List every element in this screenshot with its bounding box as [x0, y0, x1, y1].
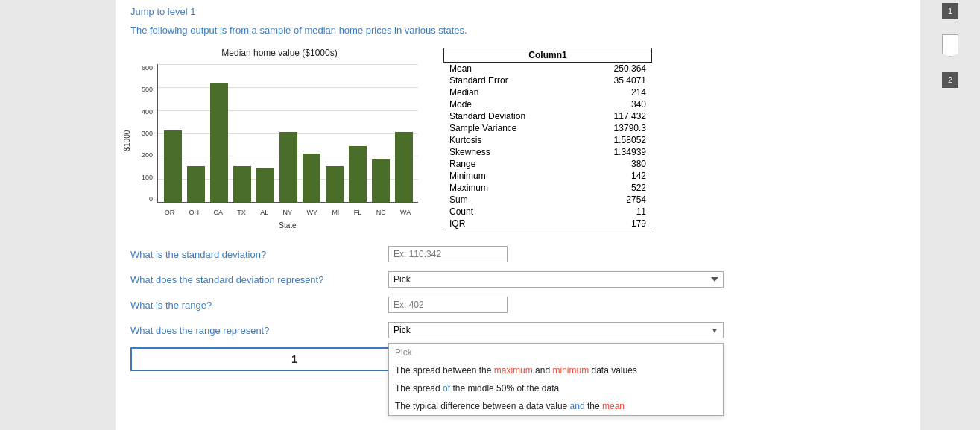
bar-CA	[210, 83, 228, 202]
table-row: Standard Deviation 117.432	[443, 110, 652, 122]
dropdown-item-spread-max-min[interactable]: The spread between the maximum and minim…	[389, 361, 723, 379]
stat-label-skewness: Skewness	[443, 146, 582, 158]
table-row: Maximum 522	[443, 182, 652, 194]
intro-text: The following output is from a sample of…	[130, 25, 905, 36]
highlight-maximum: maximum	[494, 365, 533, 376]
right-panel: 1 2	[920, 0, 980, 430]
q4-select-trigger[interactable]: Pick ▼	[388, 322, 724, 338]
table-row: IQR 179	[443, 218, 652, 230]
stat-value-count: 11	[582, 206, 652, 218]
q3-input[interactable]	[388, 297, 508, 313]
questions-area: What is the standard deviation? What doe…	[130, 246, 905, 371]
stat-label-mean: Mean	[443, 63, 582, 75]
chart-area: Median home value ($1000s) $1000	[130, 48, 429, 233]
y-tick-0: 0	[130, 195, 156, 203]
badge-1: 1	[942, 3, 958, 19]
stat-label-stderr: Standard Error	[443, 75, 582, 86]
question-row-3: What is the range?	[130, 297, 905, 313]
stat-value-variance: 13790.3	[582, 122, 652, 134]
stat-label-max: Maximum	[443, 182, 582, 194]
stat-value-iqr: 179	[582, 218, 652, 230]
q2-label: What does the standard deviation represe…	[130, 274, 376, 285]
x-axis-title: State	[157, 221, 418, 230]
jump-to-level-link[interactable]: Jump to level 1	[130, 6, 905, 17]
x-label-NY: NY	[283, 209, 293, 216]
stats-table-column-header: Column1	[443, 48, 652, 62]
y-tick-200: 200	[130, 151, 156, 159]
y-tick-400: 400	[130, 108, 156, 116]
stat-label-mode: Mode	[443, 98, 582, 110]
x-label-OH: OH	[189, 209, 200, 216]
stats-table-wrapper: Column1 Mean 250.364 Standard Error 35.4…	[443, 48, 652, 233]
stats-table: Column1 Mean 250.364 Standard Error 35.4…	[443, 48, 652, 230]
dropdown-item-typical-diff[interactable]: The typical difference between a data va…	[389, 397, 723, 415]
stat-label-sum: Sum	[443, 194, 582, 206]
q4-select-wrapper: Pick ▼ Pick The spread between the maxim…	[388, 322, 724, 338]
table-row: Sum 2754	[443, 194, 652, 206]
y-tick-300: 300	[130, 130, 156, 137]
stat-label-median: Median	[443, 86, 582, 98]
stat-value-stddev: 117.432	[582, 110, 652, 122]
q2-select[interactable]: Pick The spread between the maximum and …	[388, 271, 724, 288]
q4-dropdown-list[interactable]: Pick The spread between the maximum and …	[388, 343, 724, 416]
table-row: Count 11	[443, 206, 652, 218]
stat-value-mode: 340	[582, 98, 652, 110]
bookmark-icon	[942, 34, 958, 57]
y-tick-600: 600	[130, 64, 156, 72]
bar-NC	[372, 159, 390, 202]
table-row: Mean 250.364	[443, 63, 652, 75]
x-label-MI: MI	[332, 209, 339, 216]
stat-label-stddev: Standard Deviation	[443, 110, 582, 122]
dropdown-item-pick[interactable]: Pick	[389, 344, 723, 361]
table-row: Range 380	[443, 158, 652, 170]
table-row: Minimum 142	[443, 170, 652, 182]
q2-select-wrapper: Pick The spread between the maximum and …	[388, 271, 724, 288]
stat-label-variance: Sample Variance	[443, 122, 582, 134]
dropdown-item-spread-middle[interactable]: The spread of the middle 50% of the data	[389, 379, 723, 397]
chart-title: Median home value ($1000s)	[130, 48, 429, 58]
q1-input[interactable]	[388, 246, 508, 262]
question-row-4: What does the range represent? Pick ▼ Pi…	[130, 322, 905, 338]
stat-value-max: 522	[582, 182, 652, 194]
stat-value-mean: 250.364	[582, 63, 652, 75]
question-row-2: What does the standard deviation represe…	[130, 271, 905, 288]
bar-NY	[279, 132, 297, 202]
stat-value-sum: 2754	[582, 194, 652, 206]
bar-AL	[256, 168, 274, 202]
q4-selected-value: Pick	[393, 325, 711, 335]
chevron-down-icon: ▼	[711, 326, 718, 335]
highlight-and: and	[570, 401, 585, 411]
stat-label-kurtosis: Kurtosis	[443, 134, 582, 146]
highlight-minimum: minimum	[552, 365, 589, 376]
x-label-OR: OR	[165, 209, 175, 216]
bars-area	[158, 64, 418, 202]
highlight-mean: mean	[602, 401, 625, 411]
question-row-1: What is the standard deviation?	[130, 246, 905, 262]
stat-label-count: Count	[443, 206, 582, 218]
stat-value-kurtosis: 1.58052	[582, 134, 652, 146]
stat-value-min: 142	[582, 170, 652, 182]
table-row: Mode 340	[443, 98, 652, 110]
stat-value-stderr: 35.4071	[582, 75, 652, 86]
x-label-CA: CA	[213, 209, 223, 216]
table-row: Median 214	[443, 86, 652, 98]
x-label-FL: FL	[354, 209, 362, 216]
badge-2: 2	[942, 72, 958, 88]
bar-WY	[303, 154, 320, 202]
x-label-NC: NC	[376, 209, 386, 216]
x-label-AL: AL	[260, 209, 268, 216]
x-label-WA: WA	[400, 209, 411, 216]
stat-value-skewness: 1.34939	[582, 146, 652, 158]
bar-OH	[187, 166, 205, 202]
stat-label-iqr: IQR	[443, 218, 582, 230]
q4-label: What does the range represent?	[130, 325, 376, 336]
x-labels: OR OH CA TX AL NY WY MI FL NC WA	[157, 209, 418, 216]
x-label-WY: WY	[307, 209, 318, 216]
bar-WA	[395, 132, 413, 202]
bar-chart: $1000	[130, 61, 421, 233]
stat-value-range: 380	[582, 158, 652, 170]
table-row: Skewness 1.34939	[443, 146, 652, 158]
stat-label-min: Minimum	[443, 170, 582, 182]
highlight-of: of	[443, 383, 450, 393]
q3-label: What is the range?	[130, 300, 376, 311]
